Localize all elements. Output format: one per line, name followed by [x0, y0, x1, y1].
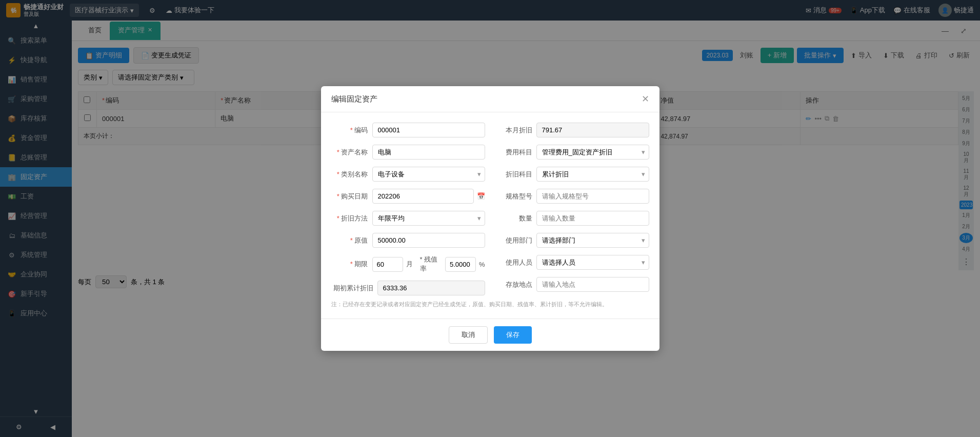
field-category: * 类别名称 电子设备 ▾	[331, 167, 485, 182]
field-department: 使用部门 请选择部门 ▾	[495, 233, 649, 248]
modal-overlay: 编辑固定资产 ✕ * 编码 * 资产名称	[0, 0, 980, 437]
category-select[interactable]: 电子设备	[372, 167, 485, 182]
modal-title: 编辑固定资产	[331, 94, 377, 104]
expense-subject-select[interactable]: 管理费用_固定资产折旧	[536, 145, 649, 160]
residual-rate-label: * 残值率	[420, 255, 442, 273]
residual-rate-input[interactable]	[445, 257, 476, 272]
asset-name-input[interactable]	[372, 145, 485, 160]
modal-header: 编辑固定资产 ✕	[321, 86, 659, 112]
user-person-select[interactable]: 请选择人员	[536, 255, 649, 270]
field-purchase-date: * 购买日期 📅	[331, 189, 485, 204]
modal-close-button[interactable]: ✕	[642, 93, 649, 105]
depreciation-subject-select[interactable]: 累计折旧	[536, 167, 649, 182]
quantity-input[interactable]	[536, 211, 649, 226]
field-initial-depreciation: 期初累计折旧	[331, 281, 485, 295]
calendar-icon[interactable]: 📅	[477, 192, 485, 200]
field-depreciation-subject: 折旧科目 累计折旧 ▾	[495, 167, 649, 182]
spec-model-input[interactable]	[536, 189, 649, 204]
field-user-person: 使用人员 请选择人员 ▾	[495, 255, 649, 270]
edit-asset-modal: 编辑固定资产 ✕ * 编码 * 资产名称	[321, 86, 659, 351]
field-monthly-depreciation: 本月折旧	[495, 123, 649, 137]
initial-depreciation-input[interactable]	[377, 281, 485, 295]
modal-body: * 编码 * 资产名称 * 类别名称 电子设备	[321, 112, 659, 319]
field-storage-location: 存放地点	[495, 277, 649, 292]
field-depreciation-method: * 折旧方法 年限平均 ▾	[331, 211, 485, 226]
form-note: 注：已经存在变更记录或者对应固定资产已经生成凭证，原值、购买日期、残值率、累计折…	[331, 295, 649, 308]
field-quantity: 数量	[495, 211, 649, 226]
period-input[interactable]	[372, 257, 403, 272]
monthly-depreciation-input	[536, 123, 649, 137]
field-spec-model: 规格型号	[495, 189, 649, 204]
save-button[interactable]: 保存	[494, 326, 532, 344]
field-code: * 编码	[331, 123, 485, 137]
storage-location-input[interactable]	[536, 277, 649, 292]
field-period: * 期限 月 * 残值率 %	[331, 255, 485, 273]
field-expense-subject: 费用科目 管理费用_固定资产折旧 ▾	[495, 145, 649, 160]
code-input[interactable]	[372, 123, 485, 137]
original-value-input[interactable]	[372, 233, 485, 248]
purchase-date-input[interactable]	[372, 189, 474, 204]
modal-footer: 取消 保存	[321, 319, 659, 351]
cancel-button[interactable]: 取消	[449, 326, 488, 344]
department-select[interactable]: 请选择部门	[536, 233, 649, 248]
depreciation-method-select[interactable]: 年限平均	[372, 211, 485, 226]
field-asset-name: * 资产名称	[331, 145, 485, 160]
field-original-value: * 原值	[331, 233, 485, 248]
